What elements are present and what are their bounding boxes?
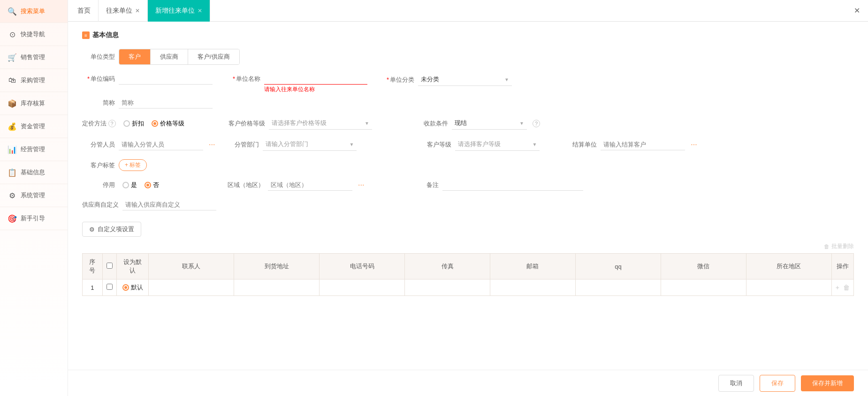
batch-delete-label[interactable]: 批量删除 (831, 242, 854, 250)
guide-icon: 🎯 (8, 214, 17, 223)
select-all-checkbox[interactable] (107, 263, 113, 269)
settlement-unit-label: 结算单位 (569, 140, 597, 149)
tab-new-partner-close[interactable]: ✕ (198, 8, 202, 14)
cell-default[interactable]: 默认 (116, 280, 149, 296)
save-and-new-button[interactable]: 保存并新增 (801, 375, 854, 391)
manager-more-btn[interactable]: ··· (207, 140, 217, 149)
remark-input[interactable] (442, 179, 583, 191)
delete-row-btn[interactable]: 🗑 (843, 284, 850, 291)
add-tag-button[interactable]: + 标签 (119, 159, 147, 171)
supplier-custom-input[interactable] (122, 199, 216, 210)
radio-no[interactable]: 否 (145, 181, 159, 189)
cell-contact[interactable] (149, 280, 234, 296)
tab-home[interactable]: 首页 (70, 0, 99, 22)
radio-discount[interactable]: 折扣 (123, 119, 144, 128)
sidebar-item-basic[interactable]: 📋 基础信息 (0, 161, 68, 184)
cell-qq[interactable] (575, 280, 661, 296)
tab-partners-close[interactable]: ✕ (135, 8, 140, 14)
bag-icon: 🛍 (8, 76, 17, 85)
pricing-help-icon[interactable]: ? (108, 120, 116, 127)
row-checkbox[interactable] (107, 284, 113, 290)
contact-input[interactable] (152, 284, 230, 291)
payment-terms-field: 收款条件 现结 ▼ ? (420, 117, 551, 130)
dept-select[interactable]: 请输入分管部门 ▼ (263, 138, 357, 151)
payment-terms-select[interactable]: 现结 ▼ (452, 117, 527, 130)
sidebar-item-inventory[interactable]: 📦 库存核算 (0, 92, 68, 115)
cell-region[interactable] (746, 280, 831, 296)
sidebar-item-purchase[interactable]: 🛍 采购管理 (0, 69, 68, 92)
sidebar-item-label: 新手引导 (21, 214, 45, 223)
settlement-more-btn[interactable]: ··· (689, 140, 699, 149)
customer-level-select[interactable]: 请选择客户等级 ▼ (455, 138, 540, 151)
cell-phone[interactable] (320, 280, 405, 296)
radio-discount-circle (123, 120, 130, 127)
supplier-custom-field: 供应商自定义 (82, 199, 216, 210)
region-input[interactable] (268, 179, 352, 191)
col-wechat: 微信 (661, 254, 746, 280)
add-row-btn[interactable]: + (836, 284, 839, 291)
remark-field: 备注 (420, 179, 583, 191)
type-btn-supplier[interactable]: 供应商 (151, 49, 188, 64)
sidebar-item-search[interactable]: 🔍 搜索菜单 (0, 0, 68, 23)
sidebar-item-system[interactable]: ⚙ 系统管理 (0, 184, 68, 207)
payment-help-icon[interactable]: ? (533, 120, 540, 127)
customer-level-label: 客户等级 (423, 140, 451, 149)
wechat-input[interactable] (665, 284, 742, 291)
form-row-manager: 分管人员 ··· 分管部门 请输入分管部门 ▼ 客户等级 请选择客户等级 ▼ 结… (82, 138, 854, 151)
cell-check[interactable] (102, 280, 116, 296)
cell-wechat[interactable] (661, 280, 746, 296)
sidebar-item-guide[interactable]: 🎯 新手引导 (0, 207, 68, 230)
region-more-btn[interactable]: ··· (356, 181, 366, 189)
cell-email[interactable] (490, 280, 576, 296)
cell-fax[interactable] (405, 280, 490, 296)
unit-category-label: *单位分类 (381, 76, 414, 84)
unit-code-input[interactable]: 000009 (119, 73, 213, 85)
sidebar-item-label: 采购管理 (21, 76, 45, 85)
sidebar-item-quicknav[interactable]: ⊙ 快捷导航 (0, 23, 68, 46)
form-row-tag: 客户标签 + 标签 (82, 159, 854, 171)
radio-level[interactable]: 价格等级 (152, 119, 184, 128)
radio-yes[interactable]: 是 (122, 181, 137, 189)
email-input[interactable] (494, 284, 571, 291)
qq-input[interactable] (579, 284, 657, 291)
default-radio[interactable]: 默认 (121, 283, 145, 292)
address-input[interactable] (238, 284, 315, 291)
window-close-button[interactable]: ✕ (847, 0, 866, 22)
supplier-custom-label: 供应商自定义 (82, 201, 119, 209)
tab-new-partner[interactable]: 新增往来单位 ✕ (148, 0, 210, 22)
type-btn-customer[interactable]: 客户 (119, 49, 151, 64)
col-seq: 序号 (83, 254, 103, 280)
sidebar-item-finance[interactable]: 💰 资金管理 (0, 115, 68, 138)
save-button[interactable]: 保存 (760, 375, 795, 392)
bottom-bar: 取消 保存 保存并新增 (68, 370, 868, 396)
tab-partners[interactable]: 往来单位 ✕ (99, 0, 148, 22)
content-area: ≡ 基本信息 单位类型 客户 供应商 客户/供应商 *单位编码 000009 (68, 22, 868, 370)
phone-input[interactable] (323, 284, 401, 291)
tab-bar: 首页 往来单位 ✕ 新增往来单位 ✕ ✕ (68, 0, 868, 22)
contacts-table: 序号 设为默认 联系人 到货地址 电话号码 传真 邮箱 qq 微信 所在地区 操… (82, 253, 854, 296)
pricing-method-field: 定价方法 ? 折扣 价格等级 (82, 119, 213, 128)
settlement-unit-input[interactable] (601, 139, 685, 150)
cell-address[interactable] (234, 280, 320, 296)
table-region-input[interactable] (750, 284, 828, 291)
cancel-button[interactable]: 取消 (718, 375, 754, 392)
type-btn-both[interactable]: 客户/供应商 (188, 49, 239, 64)
unit-category-select[interactable]: 未分类 ▼ (418, 73, 512, 86)
radio-yes-circle (122, 182, 129, 188)
short-name-input[interactable] (119, 97, 213, 109)
dept-label: 分管部门 (231, 140, 259, 149)
tab-new-partner-label: 新增往来单位 (155, 7, 195, 15)
sidebar-item-sales[interactable]: 🛒 销售管理 (0, 46, 68, 69)
unit-type-label: 单位类型 (82, 53, 115, 61)
customer-price-select[interactable]: 请选择客户价格等级 ▼ (269, 117, 372, 130)
sidebar-item-operations[interactable]: 📊 经营管理 (0, 138, 68, 161)
chevron-down-icon-2: ▼ (365, 121, 369, 126)
region-label: 区域（地区） (228, 181, 264, 189)
pricing-method-label: 定价方法 ? (82, 119, 116, 128)
form-row-supplier-custom: 供应商自定义 (82, 199, 854, 210)
fax-input[interactable] (409, 284, 486, 291)
custom-settings-button[interactable]: ⚙ 自定义项设置 (82, 222, 141, 237)
manager-input[interactable] (119, 139, 203, 150)
unit-category-field: *单位分类 未分类 ▼ (381, 73, 513, 86)
unit-name-input[interactable] (264, 73, 367, 85)
